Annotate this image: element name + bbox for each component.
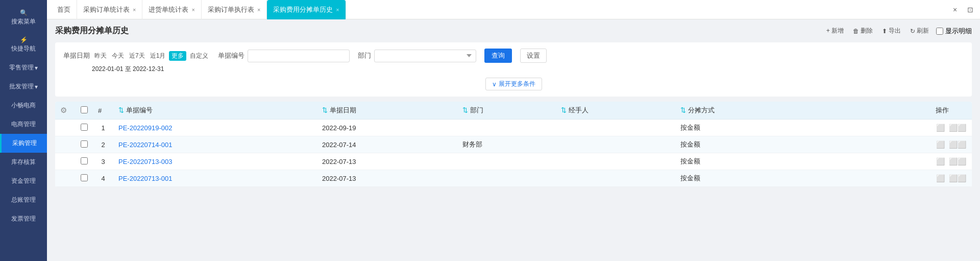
th-settings[interactable]: ⚙ (55, 102, 76, 120)
td-split-method: 按金额 (675, 170, 930, 187)
show-detail-input[interactable] (936, 28, 943, 35)
column-settings-icon[interactable]: ⚙ (60, 106, 67, 114)
tab-purchase-cost-history[interactable]: 采购费用分摊单历史 × (267, 0, 346, 19)
dept-select[interactable] (374, 50, 476, 62)
doc-no-input[interactable] (248, 50, 350, 62)
shortcut-yesterday[interactable]: 昨天 (93, 51, 108, 61)
delete-button[interactable]: 🗑 删除 (851, 26, 875, 36)
sidebar-item-ledger-mgmt[interactable]: 总账管理 (0, 191, 47, 209)
edit-button-3[interactable]: ⬜ (936, 174, 945, 183)
sidebar-item-label: 搜索菜单 (2, 17, 45, 26)
td-dept (457, 120, 556, 136)
td-doc-no: PE-20220714-001 (113, 136, 317, 153)
row-checkbox-1[interactable] (81, 140, 88, 148)
th-doc-no[interactable]: ⇅ 单据编号 (113, 102, 317, 120)
tab-incoming-stats[interactable]: 进货单统计表 × (142, 0, 201, 19)
page-content: 采购费用分摊单历史 + 新增 🗑 删除 ⬆ 导出 ↻ 刷新 显示明细 (47, 19, 980, 261)
shortcut-1month[interactable]: 近1月 (149, 51, 167, 61)
tab-purchase-order-stats[interactable]: 采购订单统计表 × (77, 0, 142, 19)
sidebar-item-capital-mgmt[interactable]: 资金管理 (0, 172, 47, 191)
more-button-1[interactable]: ⬜⬜ (948, 140, 967, 149)
filter-area: 单据日期 昨天 今天 近7天 近1月 更多 自定义 单据编号 (55, 42, 972, 97)
sidebar-item-search-menu[interactable]: 🔍 搜索菜单 (0, 4, 47, 31)
table-row: 2 PE-20220714-001 2022-07-14 财务部 按金额 ⬜ ⬜… (55, 136, 972, 153)
row-checkbox-2[interactable] (81, 157, 88, 164)
th-dept[interactable]: ⇅ 部门 (457, 102, 556, 120)
sidebar-item-wholesale-mgmt[interactable]: 批发管理 ▾ (0, 77, 47, 96)
date-range-display: 2022-01-01 至 2022-12-31 (92, 65, 164, 73)
chevron-down-icon: ∨ (492, 81, 497, 88)
shortcut-more[interactable]: 更多 (169, 51, 186, 61)
th-doc-date[interactable]: ⇅ 单据日期 (317, 102, 457, 120)
sidebar-item-ecom-mgmt[interactable]: 电商管理 (0, 115, 47, 134)
add-button[interactable]: + 新增 (824, 26, 846, 36)
row-checkbox-0[interactable] (81, 124, 88, 131)
sidebar-item-invoice-mgmt[interactable]: 发票管理 (0, 209, 47, 228)
table-row: 3 PE-20220713-003 2022-07-13 按金额 ⬜ ⬜⬜ (55, 153, 972, 170)
edit-button-0[interactable]: ⬜ (936, 123, 945, 132)
td-no: 4 (93, 170, 113, 187)
td-doc-no: PE-20220919-002 (113, 120, 317, 136)
sort-icon: ⇅ (322, 106, 328, 114)
doc-no-link-1[interactable]: PE-20220714-001 (118, 141, 173, 149)
tab-home[interactable]: 首页 (51, 0, 77, 19)
setting-button[interactable]: 设置 (520, 49, 547, 63)
tab-close-incoming-stats[interactable]: × (191, 7, 194, 13)
row-checkbox-3[interactable] (81, 174, 88, 181)
tab-label: 采购费用分摊单历史 (273, 5, 333, 14)
chevron-down-icon: ▾ (35, 83, 38, 90)
close-all-tabs-button[interactable]: × (949, 4, 961, 15)
sidebar-item-inventory[interactable]: 库存核算 (0, 153, 47, 172)
tab-bar: 首页 采购订单统计表 × 进货单统计表 × 采购订单执行表 × 采购费用分摊单历… (47, 0, 980, 19)
td-no: 2 (93, 136, 113, 153)
page-header: 采购费用分摊单历史 + 新增 🗑 删除 ⬆ 导出 ↻ 刷新 显示明细 (55, 26, 972, 36)
sidebar-item-quick-nav[interactable]: ⚡ 快捷导航 (0, 31, 47, 58)
more-button-2[interactable]: ⬜⬜ (948, 157, 967, 166)
more-button-0[interactable]: ⬜⬜ (948, 123, 967, 132)
tab-close-purchase-cost-history[interactable]: × (336, 7, 339, 13)
doc-no-link-2[interactable]: PE-20220713-003 (118, 158, 173, 165)
expand-conditions-button[interactable]: ∨ 展开更多条件 (485, 78, 542, 90)
tab-home-label: 首页 (57, 5, 70, 14)
td-ops: ⬜ ⬜⬜ (930, 120, 972, 136)
doc-no-link-3[interactable]: PE-20220713-001 (118, 175, 173, 182)
shortcut-today[interactable]: 今天 (110, 51, 126, 61)
tab-label: 采购订单统计表 (83, 5, 130, 14)
tab-close-purchase-order-stats[interactable]: × (133, 7, 136, 13)
tab-purchase-order-exec[interactable]: 采购订单执行表 × (202, 0, 267, 19)
td-handler (556, 136, 675, 153)
header-actions: + 新增 🗑 删除 ⬆ 导出 ↻ 刷新 显示明细 (824, 26, 972, 36)
td-ops: ⬜ ⬜⬜ (930, 170, 972, 187)
edit-button-1[interactable]: ⬜ (936, 140, 945, 149)
select-all-checkbox[interactable] (81, 106, 88, 113)
sidebar-item-label: 资金管理 (11, 177, 36, 184)
doc-no-filter-group: 单据编号 (218, 50, 350, 62)
sidebar-item-label: 发票管理 (11, 215, 36, 222)
doc-no-label: 单据编号 (218, 51, 244, 60)
restore-window-button[interactable]: ⊡ (965, 4, 976, 15)
td-handler (556, 170, 675, 187)
edit-button-2[interactable]: ⬜ (936, 157, 945, 166)
sidebar-item-retail-mgmt[interactable]: 零售管理 ▾ (0, 58, 47, 77)
tab-label: 进货单统计表 (149, 5, 188, 14)
td-checkbox (76, 136, 93, 153)
shortcut-custom[interactable]: 自定义 (188, 51, 210, 61)
tab-close-purchase-order-exec[interactable]: × (257, 7, 260, 13)
sidebar-item-purchase-mgmt[interactable]: 采购管理 (0, 134, 47, 153)
dept-filter-group: 部门 (358, 50, 476, 62)
doc-no-link-0[interactable]: PE-20220919-002 (118, 124, 173, 132)
table-row: 4 PE-20220713-001 2022-07-13 按金额 ⬜ ⬜⬜ (55, 170, 972, 187)
th-handler[interactable]: ⇅ 经手人 (556, 102, 675, 120)
show-detail-checkbox[interactable]: 显示明细 (936, 27, 972, 36)
more-button-3[interactable]: ⬜⬜ (948, 174, 967, 183)
shortcut-7days[interactable]: 近7天 (128, 51, 146, 61)
td-ops: ⬜ ⬜⬜ (930, 153, 972, 170)
td-checkbox (76, 120, 93, 136)
date-filter-group: 单据日期 昨天 今天 近7天 近1月 更多 自定义 (63, 51, 210, 61)
query-button[interactable]: 查询 (484, 49, 512, 63)
refresh-button[interactable]: ↻ 刷新 (908, 26, 931, 36)
td-doc-no: PE-20220713-001 (113, 170, 317, 187)
export-button[interactable]: ⬆ 导出 (880, 26, 903, 36)
sidebar-item-mini-ecom[interactable]: 小畅电商 (0, 96, 47, 115)
th-split-method[interactable]: ⇅ 分摊方式 (675, 102, 930, 120)
